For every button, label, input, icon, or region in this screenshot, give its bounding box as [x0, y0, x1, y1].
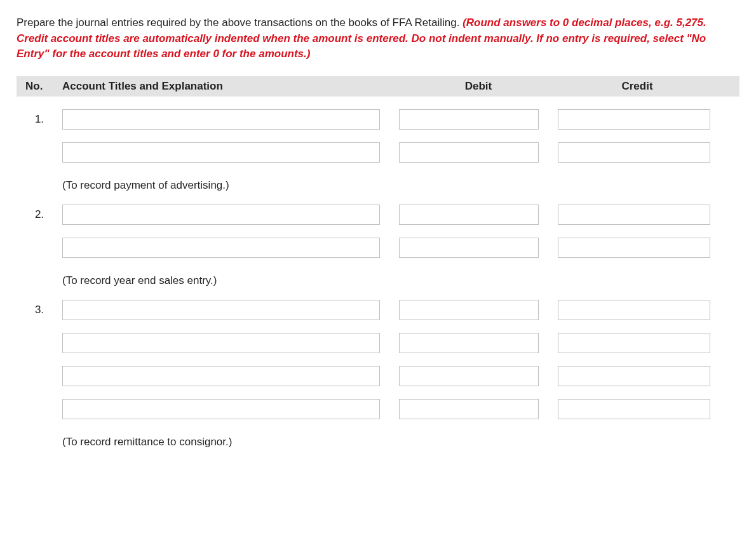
table-header: No. Account Titles and Explanation Debit… [17, 76, 739, 97]
credit-input[interactable] [558, 142, 710, 163]
debit-input[interactable] [399, 300, 539, 320]
credit-input[interactable] [558, 366, 710, 386]
instructions-text: Prepare the journal entries required by … [17, 15, 739, 62]
explanation-row: (To record remittance to consignor.) [17, 436, 739, 448]
credit-input[interactable] [558, 333, 710, 353]
explanation-row: (To record payment of advertising.) [17, 179, 739, 192]
debit-input[interactable] [399, 366, 539, 386]
explanation-text: (To record remittance to consignor.) [62, 436, 232, 448]
explanation-text: (To record payment of advertising.) [62, 179, 229, 192]
row-number: 3. [17, 304, 62, 316]
table-row: 1. [17, 109, 739, 130]
credit-input[interactable] [558, 300, 710, 320]
explanation-row: (To record year end sales entry.) [17, 274, 739, 287]
table-row [17, 333, 739, 353]
instructions-lead: Prepare the journal entries required by … [17, 17, 462, 29]
account-title-input[interactable] [62, 300, 380, 320]
header-no: No. [17, 80, 62, 93]
account-title-input[interactable] [62, 366, 380, 386]
table-row: 2. [17, 205, 739, 225]
account-title-input[interactable] [62, 142, 380, 163]
debit-input[interactable] [399, 238, 539, 258]
header-title: Account Titles and Explanation [62, 80, 399, 93]
account-title-input[interactable] [62, 333, 380, 353]
debit-input[interactable] [399, 109, 539, 130]
table-row [17, 142, 739, 163]
row-number: 2. [17, 208, 62, 221]
table-row: 3. [17, 300, 739, 320]
table-row [17, 366, 739, 386]
account-title-input[interactable] [62, 238, 380, 258]
header-debit: Debit [399, 80, 558, 93]
account-title-input[interactable] [62, 205, 380, 225]
credit-input[interactable] [558, 399, 710, 419]
debit-input[interactable] [399, 399, 539, 419]
explanation-text: (To record year end sales entry.) [62, 274, 217, 287]
credit-input[interactable] [558, 205, 710, 225]
debit-input[interactable] [399, 205, 539, 225]
row-number: 1. [17, 113, 62, 126]
debit-input[interactable] [399, 142, 539, 163]
account-title-input[interactable] [62, 399, 380, 419]
table-row [17, 238, 739, 258]
credit-input[interactable] [558, 109, 710, 130]
account-title-input[interactable] [62, 109, 380, 130]
table-row [17, 399, 739, 419]
credit-input[interactable] [558, 238, 710, 258]
debit-input[interactable] [399, 333, 539, 353]
header-credit: Credit [558, 80, 717, 93]
